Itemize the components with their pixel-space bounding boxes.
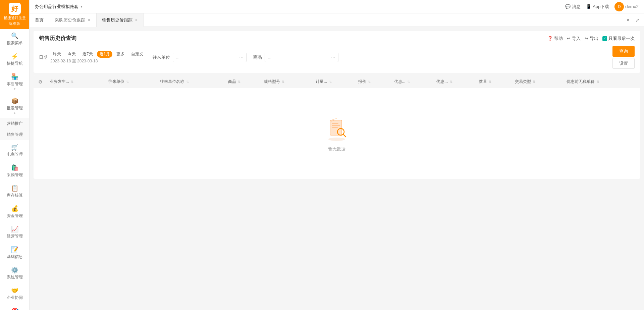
sidebar-sub-item-sales-mgmt[interactable]: 销售管理 xyxy=(0,129,29,140)
svg-point-8 xyxy=(335,118,337,119)
message-button[interactable]: 💬 消息 xyxy=(565,4,581,10)
th-partner-code[interactable]: 往来单位 ⇅ xyxy=(106,75,158,88)
sidebar-item-label: 零售管理 xyxy=(7,81,23,87)
topbar: 办公用品行业模拟账套 ▼ 💬 消息 📱 App下载 D demo2 xyxy=(30,0,644,13)
th-product-label: 商品 xyxy=(228,79,236,84)
sidebar-sub-label: 销售管理 xyxy=(7,132,23,138)
th-trade-type[interactable]: 交易类型 ⇅ xyxy=(512,75,564,88)
sidebar-item-quick-nav[interactable]: ⚡ 快捷导航 xyxy=(0,49,29,70)
date-btn-last7[interactable]: 近7天 xyxy=(80,51,96,58)
date-btn-last1m[interactable]: 近1月 xyxy=(97,51,113,58)
date-btn-yesterday[interactable]: 昨天 xyxy=(50,51,64,58)
th-quote[interactable]: 报价 ⇅ xyxy=(356,75,391,88)
purchase-icon: 🛍️ xyxy=(11,164,18,171)
download-icon: 📱 xyxy=(586,4,591,9)
th-spec-label: 规格型号 xyxy=(264,79,280,84)
th-discount2[interactable]: 优惠... ⇅ xyxy=(434,75,476,88)
brand-subtitle: 标准版 xyxy=(9,21,20,26)
sidebar-item-ecommerce[interactable]: 🛒 电商管理 xyxy=(0,140,29,161)
sidebar-item-search-menu[interactable]: 🔍 搜索菜单 xyxy=(0,29,29,49)
date-btn-today[interactable]: 今天 xyxy=(65,51,78,58)
sort-icon: ⇅ xyxy=(597,80,599,84)
empty-svg xyxy=(323,115,350,142)
export-icon: ↪ xyxy=(585,36,588,41)
th-quote-label: 报价 xyxy=(358,79,366,84)
help-button[interactable]: ❓ 帮助 xyxy=(547,36,563,42)
only-last-checkbox[interactable]: ✓ xyxy=(602,36,607,41)
date-btn-more[interactable]: 更多 xyxy=(114,51,127,58)
sort-icon: ⇅ xyxy=(329,80,332,84)
settings-button[interactable]: 设置 xyxy=(612,58,635,69)
sidebar-item-label: 快捷导航 xyxy=(7,61,23,66)
th-pre-tax-price[interactable]: 优惠前无税单价 ⇅ xyxy=(564,75,640,88)
import-button[interactable]: ↩ 导入 xyxy=(567,36,581,42)
sidebar-item-label: 经营管理 xyxy=(7,234,23,239)
svg-rect-4 xyxy=(332,127,338,128)
table-wrapper: ⚙ 业务发生... ⇅ 往来单位 ⇅ 往来单位名称 xyxy=(34,75,640,88)
wholesale-submenu: 营销推广 销售管理 xyxy=(0,118,29,140)
app-download-button[interactable]: 📱 App下载 xyxy=(586,4,609,10)
only-last-label: 只看最后一次 xyxy=(608,36,635,42)
sidebar-item-label: 资金管理 xyxy=(7,213,23,219)
sidebar-item-purchase[interactable]: 🛍️ 采购管理 xyxy=(0,161,29,181)
new-guide-icon: 🎯 xyxy=(11,307,18,310)
app-logo[interactable]: 好 畅捷通好生意 标准版 xyxy=(0,0,29,29)
th-product[interactable]: 商品 ⇅ xyxy=(225,75,261,88)
partner-input[interactable]: ... ⋯ xyxy=(173,53,247,62)
export-button[interactable]: ↪ 导出 xyxy=(585,36,598,42)
filter-row: 日期 昨天 今天 近7天 近1月 更多 自定义 2023-02-18 至 202… xyxy=(39,46,635,69)
tab-purchase-history[interactable]: 采购历史价跟踪 × xyxy=(49,13,97,27)
th-discount1[interactable]: 优惠... ⇅ xyxy=(391,75,434,88)
sidebar-item-basic-info[interactable]: 📝 基础信息 xyxy=(0,243,29,263)
th-partner-name[interactable]: 往来单位名称 ⇅ xyxy=(157,75,225,88)
th-business-date[interactable]: 业务发生... ⇅ xyxy=(47,75,106,88)
avatar: D xyxy=(614,2,624,11)
query-button[interactable]: 查询 xyxy=(612,46,635,57)
only-last-checkbox-label[interactable]: ✓ 只看最后一次 xyxy=(602,36,635,42)
sidebar-sub-item-marketing[interactable]: 营销推广 xyxy=(0,118,29,129)
sidebar-item-retail-mgmt[interactable]: 🏪 零售管理 ▼ xyxy=(0,70,29,94)
th-unit-label: 计量... xyxy=(316,79,327,84)
finance-icon: 💰 xyxy=(11,205,18,212)
expand-button[interactable]: ⤢ xyxy=(633,16,641,24)
tab-purchase-history-label: 采购历史价跟踪 xyxy=(55,17,85,23)
tabbar-actions: × ⤢ xyxy=(621,16,644,24)
user-avatar-area[interactable]: D demo2 xyxy=(614,2,639,11)
tab-sales-history-close[interactable]: × xyxy=(135,17,138,23)
sort-icon: ⇅ xyxy=(489,80,491,84)
partner-filter-group: 往来单位 ... ⋯ xyxy=(153,53,247,62)
close-all-tabs-button[interactable]: × xyxy=(624,16,632,24)
sidebar-item-business[interactable]: 📈 经营管理 xyxy=(0,222,29,243)
th-unit[interactable]: 计量... ⇅ xyxy=(313,75,356,88)
tab-home[interactable]: 首页 xyxy=(30,13,49,27)
partner-dropdown-icon: ⋯ xyxy=(239,55,244,60)
sidebar-item-label: 电商管理 xyxy=(7,152,23,157)
svg-point-0 xyxy=(328,138,345,141)
sidebar-item-label: 搜索菜单 xyxy=(7,40,23,46)
system-icon: ⚙️ xyxy=(11,266,18,274)
th-spec[interactable]: 规格型号 ⇅ xyxy=(261,75,313,88)
settings-icon[interactable]: ⚙ xyxy=(38,79,43,85)
date-btn-custom[interactable]: 自定义 xyxy=(128,51,146,58)
tab-sales-history[interactable]: 销售历史价跟踪 × xyxy=(97,13,144,27)
checkbox-check-icon: ✓ xyxy=(603,37,606,40)
product-filter-group: 商品 ... ⋯ xyxy=(253,53,338,62)
date-range-display: 2023-02-18 至 2023-03-18 xyxy=(50,58,146,64)
product-input[interactable]: ... ⋯ xyxy=(265,53,338,62)
tab-sales-history-label: 销售历史价跟踪 xyxy=(102,17,132,23)
sidebar-item-wholesale-mgmt[interactable]: 📦 批发管理 ▲ xyxy=(0,94,29,118)
sidebar-item-finance[interactable]: 💰 资金管理 xyxy=(0,202,29,222)
account-name: 办公用品行业模拟账套 xyxy=(35,4,78,10)
sidebar-item-system[interactable]: ⚙️ 系统管理 xyxy=(0,263,29,283)
sidebar-item-inventory[interactable]: 📋 库存核算 xyxy=(0,181,29,202)
th-settings[interactable]: ⚙ xyxy=(34,75,47,88)
sidebar-item-new-guide[interactable]: 🎯 新手引导 xyxy=(0,304,29,310)
th-quantity-label: 数量 xyxy=(479,79,487,84)
date-filter-section: 昨天 今天 近7天 近1月 更多 自定义 2023-02-18 至 2023-0… xyxy=(50,51,146,64)
product-placeholder: ... xyxy=(268,55,271,60)
sort-icon: ⇅ xyxy=(368,80,371,84)
tab-purchase-history-close[interactable]: × xyxy=(87,17,91,23)
account-dropdown[interactable]: 办公用品行业模拟账套 ▼ xyxy=(35,4,83,10)
sidebar-item-enterprise-coop[interactable]: 🤝 企业协同 xyxy=(0,283,29,304)
th-quantity[interactable]: 数量 ⇅ xyxy=(476,75,512,88)
